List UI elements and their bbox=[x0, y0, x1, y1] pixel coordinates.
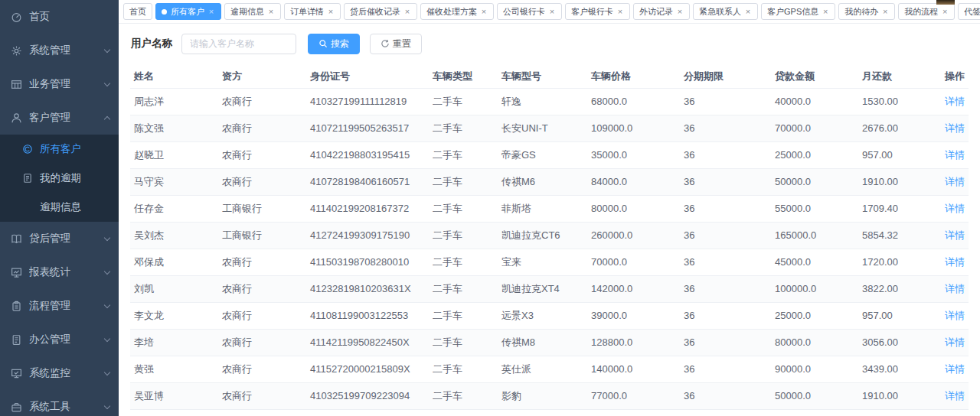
tab-close-icon[interactable]: × bbox=[941, 8, 949, 16]
tab-label: 外访记录 bbox=[639, 6, 673, 18]
sidebar-item-system[interactable]: 系统管理 bbox=[0, 34, 119, 67]
column-header-vehicle-type: 车辆类型 bbox=[429, 65, 498, 88]
grid-icon bbox=[11, 79, 22, 90]
sidebar-subitem-my-overdue[interactable]: 我的逾期 bbox=[0, 164, 119, 193]
cell-installment-term: 36 bbox=[680, 249, 771, 275]
cell-loan-amount: 50000.0 bbox=[771, 168, 858, 195]
sidebar-submenu-customer: 所有客户 我的逾期 逾期信息 bbox=[0, 135, 119, 222]
column-header-id-number: 身份证号 bbox=[306, 65, 429, 88]
tab[interactable]: 客户GPS信息 × bbox=[761, 3, 835, 20]
sidebar-subitem-overdue-info[interactable]: 逾期信息 bbox=[0, 193, 119, 222]
tab[interactable]: 订单详情 × bbox=[284, 3, 341, 20]
tab[interactable]: 逾期信息 × bbox=[224, 3, 281, 20]
search-icon bbox=[318, 39, 328, 48]
tab[interactable]: 代签任务 × bbox=[958, 3, 980, 20]
sidebar-item-home[interactable]: 首页 bbox=[0, 0, 119, 34]
cell-loan-amount: 55000.0 bbox=[771, 195, 858, 222]
search-button[interactable]: 搜索 bbox=[308, 34, 360, 54]
sidebar-item-process[interactable]: 流程管理 bbox=[0, 289, 119, 323]
cell-vehicle-price: 68000.0 bbox=[587, 88, 680, 115]
detail-link[interactable]: 详情 bbox=[945, 256, 965, 268]
sidebar-subitem-all-customers[interactable]: 所有客户 bbox=[0, 135, 119, 164]
cell-action: 详情 bbox=[927, 329, 969, 356]
sidebar-item-customer[interactable]: 客户管理 bbox=[0, 101, 119, 135]
detail-link[interactable]: 详情 bbox=[945, 229, 965, 241]
table-row: 黄强 农商行 41152720000215809X 二手车 英仕派 140000… bbox=[130, 356, 969, 382]
detail-link[interactable]: 详情 bbox=[945, 203, 965, 214]
cell-vehicle-type: 二手车 bbox=[429, 168, 498, 195]
customer-name-input[interactable] bbox=[181, 34, 296, 54]
sidebar-item-tools[interactable]: 系统工具 bbox=[0, 390, 119, 416]
tab[interactable]: 紧急联系人 × bbox=[693, 3, 758, 20]
sidebar-item-reports[interactable]: 报表统计 bbox=[0, 255, 119, 289]
cell-id-number: 410721199505263517 bbox=[306, 115, 429, 141]
tab[interactable]: 所有客户 × bbox=[155, 3, 221, 20]
tab-close-icon[interactable]: × bbox=[207, 8, 215, 16]
cell-vehicle-type: 二手车 bbox=[429, 275, 498, 302]
cell-name: 翟明辉 bbox=[130, 409, 218, 416]
detail-link[interactable]: 详情 bbox=[945, 176, 965, 187]
cell-action: 详情 bbox=[927, 222, 969, 249]
sidebar-item-monitor[interactable]: 系统监控 bbox=[0, 356, 119, 390]
toolbox-icon bbox=[11, 401, 22, 413]
tab-close-icon[interactable]: × bbox=[267, 8, 275, 16]
tab-close-icon[interactable]: × bbox=[403, 8, 411, 16]
cell-loan-amount: 80000.0 bbox=[771, 329, 858, 356]
detail-link[interactable]: 详情 bbox=[945, 363, 965, 375]
cell-vehicle-price: 142000.0 bbox=[587, 275, 680, 302]
cell-vehicle-type: 二手车 bbox=[429, 115, 498, 141]
detail-link[interactable]: 详情 bbox=[945, 122, 965, 134]
cell-name: 周志洋 bbox=[130, 88, 218, 115]
reset-button[interactable]: 重置 bbox=[370, 34, 422, 54]
cell-name: 李培 bbox=[130, 329, 218, 356]
detail-link[interactable]: 详情 bbox=[945, 149, 965, 161]
column-header-vehicle-model: 车辆型号 bbox=[498, 65, 587, 88]
search-form: 用户名称 搜索 重置 bbox=[119, 33, 980, 54]
chart-monitor-icon bbox=[11, 267, 22, 278]
cell-vehicle-price: 109000.0 bbox=[587, 115, 680, 141]
cell-monthly-payment: 1720.00 bbox=[858, 249, 927, 275]
detail-link[interactable]: 详情 bbox=[945, 390, 965, 401]
column-header-vehicle-price: 车辆价格 bbox=[587, 65, 680, 88]
tab-label: 我的待办 bbox=[844, 6, 878, 18]
cell-id-number: 41142119950822450X bbox=[306, 329, 429, 356]
cell-vehicle-type: 二手车 bbox=[429, 222, 498, 249]
chevron-down-icon bbox=[104, 302, 110, 308]
table-row: 吴刘杰 工商银行 412724199309175190 二手车 凯迪拉克CT6 … bbox=[130, 222, 969, 249]
tab[interactable]: 贷后催收记录 × bbox=[344, 3, 417, 20]
tab-close-icon[interactable]: × bbox=[822, 8, 829, 16]
cell-action: 详情 bbox=[927, 409, 969, 416]
tab-close-icon[interactable]: × bbox=[616, 8, 624, 16]
tab[interactable]: 我的流程 × bbox=[898, 3, 955, 20]
cell-id-number: 410422198803195415 bbox=[306, 141, 429, 168]
tab-close-icon[interactable]: × bbox=[480, 8, 488, 16]
tab-close-icon[interactable]: × bbox=[548, 8, 556, 16]
cell-action: 详情 bbox=[927, 168, 969, 195]
tab[interactable]: 首页 bbox=[123, 3, 152, 20]
tab[interactable]: 公司银行卡 × bbox=[497, 3, 562, 20]
detail-link[interactable]: 详情 bbox=[945, 96, 965, 107]
tab-close-icon[interactable]: × bbox=[744, 8, 752, 16]
sidebar-item-postloan[interactable]: 贷后管理 bbox=[0, 222, 119, 255]
cell-action: 详情 bbox=[927, 115, 969, 141]
tab-close-icon[interactable]: × bbox=[676, 8, 684, 16]
table-row: 刘凯 农商行 41232819810203631X 二手车 凯迪拉克XT4 14… bbox=[130, 275, 969, 302]
cell-installment-term: 36 bbox=[680, 168, 771, 195]
tab-close-icon[interactable]: × bbox=[881, 8, 889, 16]
detail-link[interactable]: 详情 bbox=[945, 310, 965, 321]
tab[interactable]: 催收处理方案 × bbox=[420, 3, 494, 20]
chevron-down-icon bbox=[104, 80, 110, 86]
detail-link[interactable]: 详情 bbox=[945, 283, 965, 294]
clipboard-icon bbox=[11, 301, 22, 312]
tab[interactable]: 我的待办 × bbox=[838, 3, 895, 20]
sidebar-item-office[interactable]: 办公管理 bbox=[0, 323, 119, 356]
tab[interactable]: 客户银行卡 × bbox=[565, 3, 630, 20]
tab[interactable]: 外访记录 × bbox=[633, 3, 690, 20]
cell-installment-term: 36 bbox=[680, 329, 771, 356]
tab-close-icon[interactable]: × bbox=[327, 8, 335, 16]
sidebar-item-business[interactable]: 业务管理 bbox=[0, 67, 119, 101]
detail-link[interactable]: 详情 bbox=[945, 336, 965, 348]
table-row: 马守宾 农商行 410728198406160571 二手车 传祺M6 8400… bbox=[130, 168, 969, 195]
chevron-up-icon bbox=[104, 115, 110, 122]
cell-installment-term: 36 bbox=[680, 195, 771, 222]
